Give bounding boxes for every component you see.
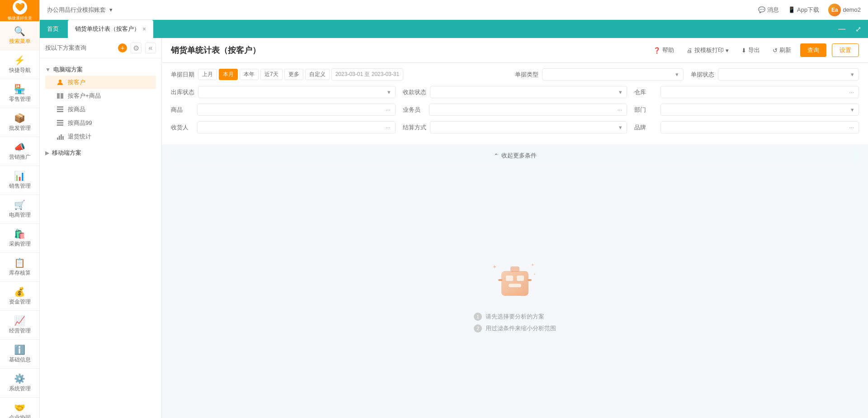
filter-doc-type: 单据类型 ▾ <box>515 68 684 81</box>
left-panel: 按以下方案查询 + ⚙ « ▼ 电脑端方案 <box>40 38 162 418</box>
filter-receiver: 收货人 ··· <box>171 121 396 133</box>
empty-tip-1: 1 请先选择要分析的方案 <box>474 313 556 321</box>
print-dropdown-icon[interactable]: ▾ <box>726 47 729 54</box>
filter-row-4: 收货人 ··· 结算方式 ▾ 品牌 <box>171 121 859 133</box>
receiver-more-icon[interactable]: ··· <box>386 124 391 131</box>
sidebar-item-inventory[interactable]: 📋 库存核算 <box>0 253 40 282</box>
doc-type-control[interactable]: ▾ <box>542 68 684 81</box>
sidebar-item-label: 搜索菜单 <box>9 38 31 45</box>
date-btn-this-month[interactable]: 本月 <box>219 69 238 80</box>
sidebar-item-retail[interactable]: 🏪 零售管理 <box>0 79 40 108</box>
add-scheme-button[interactable]: + <box>118 43 127 52</box>
scheme-item-by-goods-99[interactable]: 按商品99 <box>45 116 156 130</box>
brand-control[interactable]: ··· <box>660 121 859 133</box>
settlement-dropdown-icon[interactable]: ▾ <box>619 124 622 131</box>
user-menu[interactable]: Ea demo2 <box>828 4 861 16</box>
sidebar-item-operations[interactable]: 📈 经营管理 <box>0 311 40 340</box>
filter-area: 单据日期 上月 本月 本年 近7天 更多 自定义 2023-03-01 至 20… <box>162 63 868 144</box>
date-btn-this-year[interactable]: 本年 <box>240 69 259 80</box>
sidebar-item-system[interactable]: ⚙️ 系统管理 <box>0 369 40 398</box>
tab-close-icon[interactable]: × <box>142 26 146 32</box>
sidebar-item-search-menu[interactable]: 🔍 搜索菜单 <box>0 21 40 50</box>
sidebar-item-marketing[interactable]: 📣 营销推广 <box>0 137 40 166</box>
sidebar-item-finance[interactable]: 💰 资金管理 <box>0 282 40 311</box>
pay-status-dropdown-icon[interactable]: ▾ <box>619 89 622 95</box>
refresh-button[interactable]: ↺ 刷新 <box>769 44 795 56</box>
wholesale-icon: 📦 <box>14 113 25 124</box>
date-btn-last-month[interactable]: 上月 <box>198 69 217 80</box>
out-status-control[interactable]: ▾ <box>198 86 396 98</box>
tab-minimize-button[interactable]: — <box>835 23 848 35</box>
sidebar-item-enterprise[interactable]: 🤝 企业协同 <box>0 398 40 418</box>
svg-rect-10 <box>59 136 60 140</box>
sidebar-item-label: 批发管理 <box>9 124 31 132</box>
settings-scheme-button[interactable]: ⚙ <box>131 43 142 53</box>
by-customer-goods-icon <box>56 92 64 100</box>
department-control[interactable]: ▾ <box>660 104 859 116</box>
filter-department: 部门 ▾ <box>634 104 859 116</box>
scheme-item-by-customer-goods[interactable]: 按客户+商品 <box>45 89 156 103</box>
print-button[interactable]: 🖨 按模板打印 ▾ <box>683 44 732 56</box>
tab-report[interactable]: 销货单统计表（按客户） × <box>68 20 153 38</box>
date-range-input[interactable]: 2023-03-01 至 2023-03-31 <box>331 68 403 81</box>
warehouse-control[interactable]: ··· <box>660 86 859 98</box>
svg-rect-11 <box>61 134 62 140</box>
brand-more-icon[interactable]: ··· <box>849 124 854 131</box>
department-dropdown-icon[interactable]: ▾ <box>851 106 854 113</box>
desktop-group-header[interactable]: ▼ 电脑端方案 <box>45 64 156 76</box>
export-button[interactable]: ⬇ 导出 <box>738 44 764 56</box>
tip-num-2: 2 <box>474 324 482 332</box>
tab-maximize-button[interactable]: ⤢ <box>852 23 864 35</box>
svg-rect-9 <box>57 138 58 140</box>
filter-row-2: 出库状态 ▾ 收款状态 ▾ 仓库 <box>171 86 859 98</box>
svg-rect-12 <box>62 136 64 140</box>
msg-button[interactable]: 💬 消息 <box>758 6 779 14</box>
warehouse-more-icon[interactable]: ··· <box>849 89 854 95</box>
sidebar-item-label: 资金管理 <box>9 298 31 306</box>
goods-more-icon[interactable]: ··· <box>386 106 391 113</box>
receiver-control[interactable]: ··· <box>197 121 396 133</box>
sidebar-item-label: 系统管理 <box>9 385 31 393</box>
scheme-item-by-goods[interactable]: 按商品 <box>45 103 156 116</box>
date-btn-more[interactable]: 更多 <box>284 69 303 80</box>
salesperson-control[interactable]: ··· <box>429 104 627 116</box>
marketing-icon: 📣 <box>14 142 25 152</box>
doc-status-control[interactable]: ▾ <box>718 68 859 81</box>
collapse-panel-button[interactable]: « <box>145 43 156 53</box>
sidebar-item-ecommerce[interactable]: 🛒 电商管理 <box>0 195 40 224</box>
tab-home[interactable]: 首页 <box>40 20 66 38</box>
sidebar-item-quick-nav[interactable]: ⚡ 快捷导航 <box>0 50 40 79</box>
doc-type-dropdown-icon[interactable]: ▾ <box>675 71 679 78</box>
settings-button[interactable]: 设置 <box>832 43 859 57</box>
sidebar-item-basic[interactable]: ℹ️ 基础信息 <box>0 340 40 369</box>
sidebar-item-sales[interactable]: 📊 销售管理 <box>0 166 40 195</box>
report-toolbar: ❓ 帮助 🖨 按模板打印 ▾ ⬇ 导出 ↺ <box>650 43 859 57</box>
goods-control[interactable]: ··· <box>197 104 396 116</box>
filter-settlement: 结算方式 ▾ <box>403 121 627 133</box>
mobile-group-header[interactable]: ▶ 移动端方案 <box>45 147 156 159</box>
scheme-item-return-stats[interactable]: 退货统计 <box>45 130 156 143</box>
date-btn-7days[interactable]: 近7天 <box>260 69 283 80</box>
scheme-item-by-customer[interactable]: 按客户 <box>45 76 156 89</box>
app-download-button[interactable]: 📱 App下载 <box>788 6 819 14</box>
msg-label: 消息 <box>767 6 779 14</box>
sidebar-item-purchase[interactable]: 🛍️ 采购管理 <box>0 224 40 253</box>
sidebar-item-label: 基础信息 <box>9 356 31 364</box>
svg-text:✦: ✦ <box>533 272 536 276</box>
settlement-control[interactable]: ▾ <box>430 121 627 133</box>
pay-status-control[interactable]: ▾ <box>430 86 627 98</box>
dropdown-icon[interactable]: ▾ <box>109 6 113 13</box>
doc-status-dropdown-icon[interactable]: ▾ <box>851 71 854 78</box>
mobile-group-expand-icon: ▶ <box>45 150 49 156</box>
collapse-filters-button[interactable]: ⌃ 收起更多条件 <box>171 148 859 163</box>
help-button[interactable]: ❓ 帮助 <box>650 44 678 56</box>
query-button[interactable]: 查询 <box>800 43 826 57</box>
svg-rect-14 <box>506 276 513 281</box>
sidebar-item-label: 采购管理 <box>9 240 31 248</box>
header-left: 办公用品行业模拟账套 ▾ <box>47 6 113 14</box>
salesperson-more-icon[interactable]: ··· <box>618 106 623 113</box>
svg-rect-4 <box>57 109 63 110</box>
out-status-dropdown-icon[interactable]: ▾ <box>387 89 391 95</box>
sidebar-item-wholesale[interactable]: 📦 批发管理 <box>0 108 40 137</box>
date-btn-custom[interactable]: 自定义 <box>305 69 330 80</box>
